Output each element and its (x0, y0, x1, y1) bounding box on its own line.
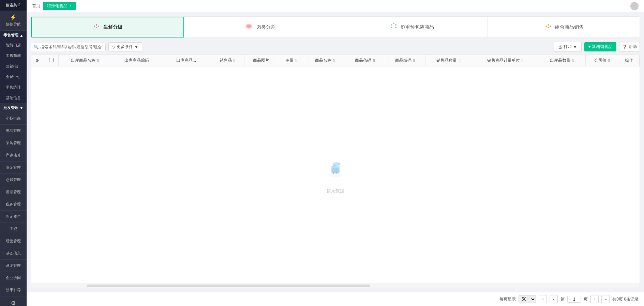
sidebar-item-fixed-assets[interactable]: 固定资产 (0, 211, 27, 223)
tab-close-icon[interactable]: × (70, 4, 72, 8)
tab-weigh-pack[interactable]: 称重预包装商品 (336, 17, 488, 37)
select-all-checkbox[interactable] (49, 58, 54, 62)
col-goods-name[interactable]: 商品名称 ⇅ (305, 55, 345, 66)
sidebar-item-new-guide[interactable]: 新手引导 (0, 284, 27, 296)
page-suffix: 页 (584, 296, 588, 302)
horizontal-scrollbar[interactable] (31, 284, 640, 288)
system-manage-label: 系统管理 (6, 263, 21, 268)
print-button[interactable]: 🖨 打印 ▼ (554, 42, 582, 52)
print-dropdown-icon: ▼ (573, 45, 577, 49)
sidebar-item-smart-store[interactable]: 智慧门店 (0, 40, 27, 50)
filter-button[interactable]: ▽ 更多条件 ▼ (108, 42, 142, 51)
col-checkbox[interactable] (44, 55, 58, 66)
sidebar-item-wholesale-manage[interactable]: 批发管理 ▼ (0, 103, 27, 112)
tab-meat-cut-label: 肉类分割 (256, 24, 275, 30)
company-agreement-label: 企业协同 (6, 275, 21, 280)
sidebar-item-member-center[interactable]: 会员中心 (0, 72, 27, 82)
sidebar-item-tax-manage[interactable]: 税务管理 (0, 198, 27, 211)
sidebar-item-retail-stats[interactable]: 零售统计 (0, 82, 27, 93)
new-goods-button[interactable]: + 新增销售品 (584, 42, 616, 51)
sidebar-item-basic-info2[interactable]: 基础信息 (0, 247, 27, 260)
sidebar-item-basic-info[interactable]: 基础信息 (0, 93, 27, 103)
col-member-price[interactable]: 会员价 ⇅ (585, 55, 619, 66)
per-page-label: 每页显示 (499, 296, 516, 302)
col-goods-name-label: 商品名称 (315, 58, 331, 63)
sidebar-item-inventory-check[interactable]: 库存核算 (0, 149, 27, 162)
col-sale-qty[interactable]: 销售品数量 ⇅ (425, 55, 472, 66)
active-tab[interactable]: 特殊销售品 × (43, 2, 76, 10)
sidebar-item-ecom-manage[interactable]: 电商管理 (0, 125, 27, 137)
svg-point-21 (333, 164, 337, 167)
search-input[interactable] (40, 45, 102, 49)
sidebar-item-wages[interactable]: 工资 (0, 223, 27, 235)
content-area: 生鲜分级 肉类分割 (27, 12, 644, 292)
meat-cut-icon (244, 22, 254, 32)
topbar: 首页 特殊销售品 × (27, 0, 644, 12)
wholesale-manage-label: 批发管理 (3, 105, 18, 110)
sort-icon-10: ⇅ (521, 59, 524, 62)
sidebar-item-invoice-manage[interactable]: 发票管理 (0, 186, 27, 198)
scrollbar-thumb[interactable] (87, 285, 370, 287)
col-member-price-label: 会员价 (594, 58, 606, 63)
sidebar-item-ops-manage[interactable]: 经营管理 (0, 235, 27, 247)
sidebar-item-purchase-manage[interactable]: 采购管理 (0, 137, 27, 149)
chevron-icon: ▲ (20, 33, 24, 37)
sort-icon-11: ⇅ (571, 59, 574, 62)
search-icon: 🔍 (34, 45, 39, 49)
fixed-assets-label: 固定资产 (6, 214, 21, 219)
sidebar-item-mini-ecom[interactable]: 小畅电商 (0, 112, 27, 125)
table-header-row: ⚙ 出库商品名称 ⇅ 出库商品编码 ⇅ (31, 55, 640, 66)
home-link[interactable]: 首页 (32, 3, 40, 9)
svg-point-15 (329, 173, 342, 177)
col-out-qty[interactable]: 出库品数量 ⇅ (539, 55, 585, 66)
last-page-button[interactable]: » (601, 295, 610, 303)
sidebar: 搜索菜单 ⚡ 快捷导航 零售管理 ▲ 智慧门店 零售商城 营销推广 会员中心 零… (0, 0, 27, 306)
sidebar-item-finance-manage[interactable]: 资金管理 (0, 162, 27, 174)
col-settings[interactable]: ⚙ (31, 55, 44, 66)
per-page-select[interactable]: 50 10 20 100 (519, 295, 536, 303)
tab-combo-goods[interactable]: 组合商品销售 (488, 17, 640, 37)
tab-fresh-grade[interactable]: 生鲜分级 (31, 17, 184, 37)
user-avatar (630, 2, 639, 10)
data-table: ⚙ 出库商品名称 ⇅ 出库商品编码 ⇅ (31, 55, 640, 66)
col-out-goods-code[interactable]: 出库商品编码 ⇅ (112, 55, 165, 66)
page-number-input[interactable] (567, 296, 581, 303)
col-out-goods-spec-label: 出库商品... (176, 58, 196, 63)
search-box[interactable]: 🔍 (31, 43, 106, 51)
col-sale-goods[interactable]: 销售品 ⇅ (211, 55, 244, 66)
tab-weigh-pack-label: 称重预包装商品 (401, 24, 434, 30)
filter-icon: ▽ (112, 45, 115, 49)
data-table-container: ⚙ 出库商品名称 ⇅ 出库商品编码 ⇅ (31, 55, 640, 288)
gear-button[interactable]: ⚙ (0, 296, 27, 306)
svg-point-6 (391, 24, 392, 26)
col-out-goods-spec[interactable]: 出库商品... ⇅ (165, 55, 211, 66)
empty-state: 暂无数据 (31, 66, 640, 284)
new-goods-label: + 新增销售品 (588, 44, 612, 50)
col-sale-unit[interactable]: 销售商品计量单位 ⇅ (472, 55, 539, 66)
svg-point-2 (98, 26, 99, 27)
sidebar-item-quick-nav[interactable]: ⚡ 快捷导航 (0, 11, 27, 31)
col-goods-code[interactable]: 商品编码 ⇅ (385, 55, 425, 66)
sidebar-item-retail-mall[interactable]: 零售商城 (0, 50, 27, 61)
general-ledger-label: 总账管理 (6, 177, 21, 182)
col-main-weight[interactable]: 主量 ⇅ (278, 55, 305, 66)
col-goods-barcode[interactable]: 商品条码 ⇅ (345, 55, 385, 66)
help-button[interactable]: ❓ 帮助 (619, 42, 640, 52)
sidebar-item-retail-manage[interactable]: 零售管理 ▲ (0, 31, 27, 40)
col-out-goods-name-label: 出库商品名称 (71, 58, 95, 63)
next-page-button[interactable]: › (590, 295, 599, 303)
sidebar-item-general-ledger[interactable]: 总账管理 (0, 174, 27, 186)
svg-point-8 (395, 24, 396, 26)
help-label: 帮助 (629, 44, 637, 50)
tab-meat-cut[interactable]: 肉类分割 (184, 17, 336, 37)
toolbar: 🔍 ▽ 更多条件 ▼ 🖨 打印 ▼ + 新增销售品 ❓ 帮助 (31, 42, 640, 52)
first-page-button[interactable]: « (539, 295, 547, 303)
col-action-label: 操作 (625, 58, 633, 63)
prev-page-button[interactable]: ‹ (550, 295, 558, 303)
col-out-goods-name[interactable]: 出库商品名称 ⇅ (58, 55, 112, 66)
svg-point-11 (545, 26, 547, 27)
sidebar-item-company-agreement[interactable]: 企业协同 (0, 272, 27, 284)
sidebar-item-system-manage[interactable]: 系统管理 (0, 260, 27, 272)
tab-label: 特殊销售品 (47, 3, 68, 9)
sidebar-item-sales-promo[interactable]: 营销推广 (0, 61, 27, 72)
